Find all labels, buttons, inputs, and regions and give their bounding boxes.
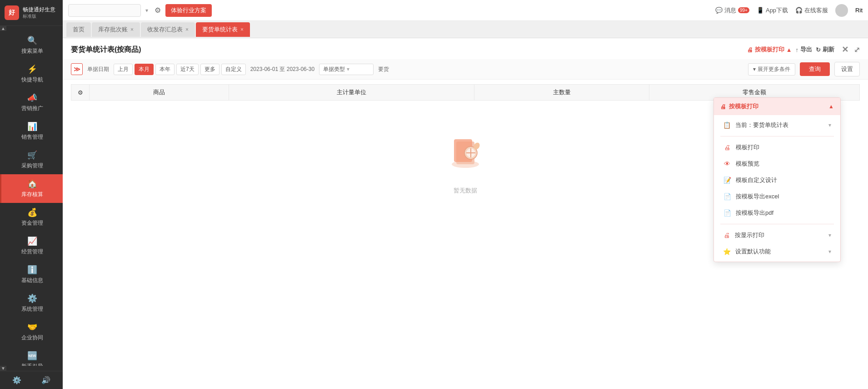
topbar-right: 💬 消息 99+ 📱 App下载 🎧 在线客服 Rit bbox=[715, 4, 863, 17]
dropdown-section-items: 🖨 模板打印 👁 模板预览 📝 模板自定义设计 📄 按模板导出excel 📄 bbox=[714, 137, 840, 223]
app-download-icon: 📱 bbox=[757, 7, 764, 14]
filter-expand-btn[interactable]: ≫ bbox=[71, 63, 83, 75]
tab-receivables[interactable]: 收发存汇总表 × bbox=[141, 22, 195, 37]
date-current-year-btn[interactable]: 本年 bbox=[155, 64, 175, 75]
sidebar-nav: 🔍 搜索菜单 ⚡ 快捷导航 📣 营销推广 📊 销售管理 🛒 采购管理 🏠 库存核… bbox=[0, 31, 63, 366]
dropdown-current-arrow: ▾ bbox=[828, 122, 831, 128]
sidebar-item-basic[interactable]: ℹ️ 基础信息 bbox=[0, 260, 63, 289]
app-download-label: App下载 bbox=[766, 6, 788, 15]
sidebar-item-marketing[interactable]: 📣 营销推广 bbox=[0, 88, 63, 117]
set-default-sub: 设置默认功能 ▾ bbox=[735, 248, 831, 256]
sidebar-item-label: 资金管理 bbox=[21, 219, 43, 227]
preview-item-icon: 👁 bbox=[723, 160, 731, 167]
doc-type-select[interactable]: 单据类型 ▾ bbox=[319, 64, 374, 75]
trial-btn[interactable]: 体验行业方案 bbox=[165, 4, 212, 17]
refresh-label: 刷新 bbox=[823, 45, 834, 54]
date-current-month-btn[interactable]: 本月 bbox=[135, 64, 154, 75]
query-btn[interactable]: 查询 bbox=[800, 62, 830, 76]
tab-requisition-close[interactable]: × bbox=[240, 26, 244, 33]
table-col-quantity: 主数量 bbox=[474, 85, 649, 101]
dropdown-current-icon: 📋 bbox=[723, 121, 731, 129]
dropdown-collapse-icon[interactable]: ▲ bbox=[828, 103, 834, 110]
sidebar-item-label: 基础信息 bbox=[21, 277, 43, 284]
refresh-icon: ↻ bbox=[816, 46, 821, 53]
scroll-up-btn[interactable]: ▲ bbox=[0, 26, 6, 31]
print-template-btn[interactable]: 🖨 按模板打印 ▲ bbox=[747, 45, 792, 54]
export-btn[interactable]: ↑ 导出 bbox=[796, 45, 813, 54]
user-avatar[interactable] bbox=[835, 4, 848, 17]
sidebar-item-label: 系统管理 bbox=[21, 305, 43, 313]
sidebar-item-operations[interactable]: 📈 经营管理 bbox=[0, 232, 63, 260]
window-close-btn[interactable]: ✕ bbox=[842, 45, 848, 55]
date-custom-btn[interactable]: 自定义 bbox=[221, 64, 246, 75]
display-print-icon: 🖨 bbox=[723, 232, 730, 239]
sidebar-item-shortcut[interactable]: ⚡ 快捷导航 bbox=[0, 60, 63, 88]
dropdown-current-label: 当前：要货单统计表 bbox=[735, 121, 788, 129]
page-header: 要货单统计表(按商品) 🖨 按模板打印 ▲ ↑ 导出 ↻ 刷新 ✕ ⤢ bbox=[63, 38, 868, 59]
dropdown-item-export-excel[interactable]: 📄 按模板导出excel bbox=[714, 188, 840, 205]
search-icon: 🔍 bbox=[27, 35, 37, 45]
dropdown-item-custom-design[interactable]: 📝 模板自定义设计 bbox=[714, 172, 840, 188]
dropdown-title: 按模板打印 bbox=[729, 102, 758, 111]
dropdown-item-display-print[interactable]: 🖨 按显示打印 ▾ bbox=[714, 227, 840, 243]
operations-icon: 📈 bbox=[27, 236, 37, 246]
dropdown-item-set-default[interactable]: ⭐ 设置默认功能 ▾ bbox=[714, 243, 840, 260]
date-label: 单据日期 bbox=[87, 66, 109, 73]
app-name: 畅捷通好生意 bbox=[23, 6, 55, 14]
table-gear-icon[interactable]: ⚙ bbox=[78, 89, 83, 96]
guide-icon: 🆕 bbox=[27, 351, 37, 361]
window-maximize-btn[interactable]: ⤢ bbox=[854, 45, 860, 54]
settings-btn[interactable]: 设置 bbox=[834, 62, 860, 76]
refresh-btn[interactable]: ↻ 刷新 bbox=[816, 45, 834, 54]
sidebar-item-system[interactable]: ⚙️ 系统管理 bbox=[0, 289, 63, 318]
topbar-online-service[interactable]: 🎧 在线客服 bbox=[795, 6, 828, 15]
sidebar-item-label: 新手引导 bbox=[21, 363, 43, 366]
topbar-message[interactable]: 💬 消息 99+ bbox=[715, 6, 749, 15]
date-more-btn[interactable]: 更多 bbox=[200, 64, 219, 75]
purchase-icon: 🛒 bbox=[27, 150, 37, 160]
topbar-search-input[interactable] bbox=[68, 4, 141, 17]
page-actions: 🖨 按模板打印 ▲ ↑ 导出 ↻ 刷新 ✕ ⤢ bbox=[747, 45, 860, 55]
dropdown-item-preview[interactable]: 👁 模板预览 bbox=[714, 156, 840, 172]
topbar-gear-icon[interactable]: ⚙ bbox=[155, 6, 161, 15]
sidebar-item-label: 营销推广 bbox=[21, 105, 43, 112]
sidebar-item-finance[interactable]: 💰 资金管理 bbox=[0, 203, 63, 232]
req-goods-label: 要货 bbox=[378, 66, 389, 73]
dropdown-item-export-pdf[interactable]: 📄 按模板导出pdf bbox=[714, 205, 840, 221]
dropdown-divider-1 bbox=[720, 136, 834, 136]
dropdown-header[interactable]: 🖨 按模板打印 ▲ bbox=[714, 98, 840, 115]
expand-more-label: 展开更多条件 bbox=[758, 66, 790, 73]
sidebar-item-purchase[interactable]: 🛒 采购管理 bbox=[0, 146, 63, 174]
tab-inventory-batch-close[interactable]: × bbox=[130, 26, 134, 33]
empty-illustration bbox=[443, 128, 488, 173]
table-col-gear: ⚙ bbox=[71, 85, 90, 101]
sidebar-item-search[interactable]: 🔍 搜索菜单 bbox=[0, 31, 63, 60]
topbar-app-download[interactable]: 📱 App下载 bbox=[757, 6, 788, 15]
set-default-icon: ⭐ bbox=[723, 248, 731, 255]
date-last7days-btn[interactable]: 近7天 bbox=[176, 64, 199, 75]
display-print-arrow: ▾ bbox=[828, 232, 831, 238]
message-icon: 💬 bbox=[715, 7, 723, 14]
sidebar-item-sales[interactable]: 📊 销售管理 bbox=[0, 117, 63, 146]
sidebar-item-label: 快捷导航 bbox=[21, 76, 43, 84]
settings-footer-btn[interactable]: ⚙️ bbox=[12, 376, 21, 384]
display-print-label: 按显示打印 bbox=[735, 231, 764, 239]
sidebar-item-guide[interactable]: 🆕 新手引导 bbox=[0, 346, 63, 366]
tab-requisition[interactable]: 要货单统计表 × bbox=[196, 22, 250, 37]
dropdown-current-item[interactable]: 📋 当前：要货单统计表 ▾ bbox=[714, 117, 840, 133]
dropdown-item-print-template[interactable]: 🖨 模板打印 bbox=[714, 139, 840, 156]
tab-inventory-batch[interactable]: 库存批次账 × bbox=[92, 22, 140, 37]
speaker-footer-btn[interactable]: 🔊 bbox=[41, 376, 50, 384]
marketing-icon: 📣 bbox=[27, 93, 37, 103]
tab-home[interactable]: 首页 bbox=[66, 22, 91, 37]
sidebar-item-inventory[interactable]: 🏠 库存核算 bbox=[0, 174, 63, 203]
scroll-down-btn[interactable]: ▼ bbox=[0, 366, 6, 371]
system-icon: ⚙️ bbox=[27, 293, 37, 303]
tab-receivables-close[interactable]: × bbox=[185, 26, 189, 33]
topbar-chevron-icon[interactable]: ▾ bbox=[145, 7, 148, 14]
date-prev-month-btn[interactable]: 上月 bbox=[114, 64, 133, 75]
dropdown-printer-icon: 🖨 bbox=[720, 103, 726, 110]
sidebar-item-corp[interactable]: 🤝 企业协同 bbox=[0, 318, 63, 346]
expand-more-btn[interactable]: ▾ 展开更多条件 bbox=[748, 63, 795, 76]
empty-icon bbox=[443, 128, 488, 182]
